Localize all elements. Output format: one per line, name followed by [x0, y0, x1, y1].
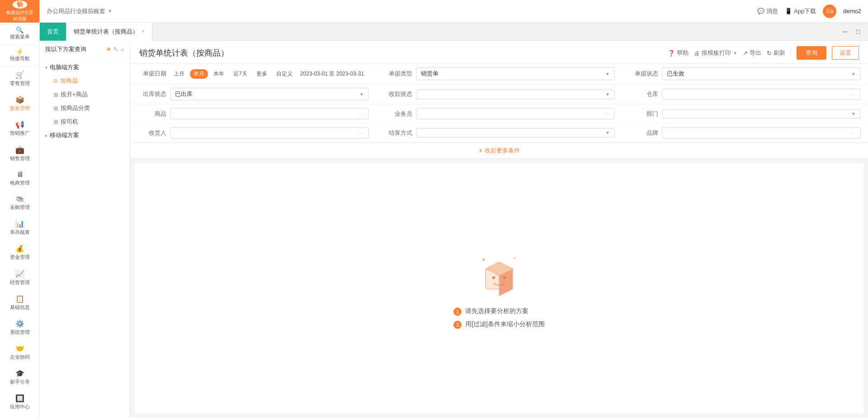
salesman-input[interactable]: ···	[416, 108, 615, 119]
query-button[interactable]: 查询	[797, 46, 826, 60]
collectstatus-select[interactable]: ▼	[416, 90, 615, 99]
export-icon: ↗	[743, 50, 748, 57]
warehouse-input[interactable]: ···	[662, 89, 861, 100]
sidebar-item-wholesale[interactable]: 📦 批发管理	[0, 91, 39, 116]
export-label: 导出	[750, 49, 761, 57]
tree-section: ▾ 电脑端方案 ⊙ 按商品 ▦ 按月+商品 ▦ 按商品分类 ▦ 按司机	[40, 58, 130, 144]
collapse-label: 收起更多条件	[485, 147, 520, 155]
tree-child-by-month-product[interactable]: ▦ 按月+商品	[40, 88, 130, 101]
product-input[interactable]: ···	[170, 108, 369, 119]
basic-label: 基础信息	[10, 304, 30, 310]
tree-expand-icon: ▾	[45, 65, 47, 70]
industry-dropdown-icon[interactable]: ▼	[108, 9, 112, 14]
date-tab-7days[interactable]: 近7天	[230, 69, 251, 79]
receiver-dots: ···	[359, 129, 364, 136]
desktop-scheme-label: 电脑端方案	[50, 63, 79, 71]
empty-svg: ✦ ✦ ·	[472, 244, 526, 298]
docstatus-select[interactable]: 已生效 ▼	[662, 67, 861, 80]
by-month-product-label: 按月+商品	[61, 90, 88, 99]
refresh-button[interactable]: ↻ 刷新	[767, 49, 785, 57]
sidebar-quick-nav[interactable]: ⚡ 快捷导航	[0, 44, 39, 66]
report-tab-label: 销货单统计表（按商品）	[74, 28, 138, 36]
sales-label: 销售管理	[10, 156, 30, 162]
sidebar-item-inventory[interactable]: 📊 库存核算	[0, 215, 39, 240]
by-product-label: 按商品	[60, 77, 78, 85]
dept-select[interactable]: ▼	[662, 109, 861, 119]
warehouse-label: 仓库	[629, 90, 662, 98]
tree-parent-desktop[interactable]: ▾ 电脑端方案	[40, 61, 130, 74]
search-label: 搜索菜单	[2, 33, 37, 40]
print-icon: 🖨	[694, 50, 700, 57]
filter-cell-doctype: 单据类型 销货单 ▼	[376, 64, 622, 84]
minimize-button[interactable]: ─	[840, 26, 850, 37]
filter-cell-outstatus: 出库状态 已出库 ▼	[130, 84, 376, 104]
retail-label: 零售管理	[10, 81, 30, 86]
sidebar-item-basic[interactable]: 📋 基础信息	[0, 290, 39, 315]
sidebar-item-apps[interactable]: 🔲 应用中心	[0, 390, 39, 414]
filter-row-3: 商品 ··· 业务员 ··· 部门	[130, 104, 868, 124]
apps-label: 应用中心	[10, 404, 30, 410]
topbar-right: 💬 消息 📱 App下载 Ea demo2	[757, 5, 861, 18]
filter-cell-settle: 结算方式 ▼	[376, 124, 622, 142]
collapse-panel-button[interactable]: «	[121, 46, 124, 53]
doctype-select[interactable]: 销货单 ▼	[416, 67, 615, 80]
sidebar-item-operations[interactable]: 📈 经营管理	[0, 265, 39, 290]
user-initials: Ea	[826, 8, 833, 14]
tree-parent-mobile[interactable]: ▸ 移动端方案	[40, 128, 130, 142]
purchase-icon: 🛍	[16, 195, 24, 203]
sidebar-item-system[interactable]: ⚙️ 系统管理	[0, 315, 39, 340]
sidebar-item-finance[interactable]: 💰 资金管理	[0, 240, 39, 265]
add-scheme-button[interactable]: +	[107, 45, 111, 53]
settle-select[interactable]: ▼	[416, 128, 615, 138]
user-avatar[interactable]: Ea	[823, 5, 836, 18]
date-tab-more[interactable]: 更多	[253, 69, 271, 79]
edit-scheme-button[interactable]: ✎	[113, 46, 118, 53]
collectstatus-arrow-icon: ▼	[605, 92, 610, 97]
enterprise-icon: 🤝	[15, 344, 24, 353]
date-tab-this-year[interactable]: 本年	[210, 69, 228, 79]
sidebar-item-purchase[interactable]: 🛍 采购管理	[0, 190, 39, 215]
outstatus-select[interactable]: 已出库 ▼	[170, 88, 369, 100]
print-button[interactable]: 🖨 按模板打印 ▼	[694, 49, 737, 57]
tab-close-icon[interactable]: ×	[142, 29, 145, 34]
receiver-input[interactable]: ···	[170, 127, 369, 138]
sidebar-item-retail[interactable]: 🛒 零售管理	[0, 66, 39, 91]
help-button[interactable]: ❓ 帮助	[668, 49, 689, 57]
settings-button[interactable]: 设置	[832, 46, 859, 60]
brand-input[interactable]: ···	[662, 127, 861, 138]
filter-row-2: 出库状态 已出库 ▼ 收款状态 ▼ 仓库	[130, 84, 868, 104]
operations-icon: 📈	[15, 270, 24, 278]
tab-home[interactable]: 首页	[40, 23, 66, 41]
message-button[interactable]: 💬 消息	[757, 7, 778, 15]
page-title: 销货单统计表（按商品）	[139, 48, 229, 58]
sidebar-item-marketing[interactable]: 📢 营销推广	[0, 116, 39, 141]
message-icon: 💬	[757, 8, 764, 14]
filter-cell-warehouse: 仓库 ···	[622, 84, 868, 104]
salesman-dots: ···	[605, 110, 610, 117]
maximize-button[interactable]: □	[853, 26, 863, 37]
dept-arrow-icon: ▼	[851, 111, 856, 116]
tab-report[interactable]: 销货单统计表（按商品） ×	[66, 23, 152, 41]
sidebar-search[interactable]: 🔍 搜索菜单	[0, 23, 39, 44]
print-arrow-icon[interactable]: ▼	[733, 51, 737, 56]
date-tab-custom[interactable]: 自定义	[273, 69, 296, 79]
sidebar-item-wechat[interactable]: 💬 企业微信	[0, 415, 39, 418]
page-header: 销货单统计表（按商品） ❓ 帮助 🖨 按模板打印 ▼ ↗ 导出	[130, 41, 868, 64]
date-range-display: 2023-03-01 至 2023-03-31	[300, 70, 364, 78]
filter-row-1: 单据日期 上月 本月 本年 近7天 更多 自定义 2023-03-01 至 20…	[130, 64, 868, 84]
outstatus-arrow-icon: ▼	[359, 92, 364, 97]
date-filter-control: 上月 本月 本年 近7天 更多 自定义 2023-03-01 至 2023-03…	[170, 69, 369, 79]
tree-child-by-category[interactable]: ▦ 按商品分类	[40, 101, 130, 115]
operations-label: 经营管理	[10, 280, 30, 285]
app-download-button[interactable]: 📱 App下载	[785, 7, 816, 15]
export-button[interactable]: ↗ 导出	[743, 49, 761, 57]
date-tab-last-month[interactable]: 上月	[170, 69, 188, 79]
sidebar-item-ecommerce[interactable]: 🖥 电商管理	[0, 166, 39, 190]
collapse-more-button[interactable]: ∧ 收起更多条件	[130, 142, 868, 158]
tree-child-by-product[interactable]: ⊙ 按商品	[40, 74, 130, 88]
sidebar-item-sales[interactable]: 💼 销售管理	[0, 141, 39, 166]
sidebar-item-enterprise[interactable]: 🤝 企业协同	[0, 340, 39, 365]
date-tab-this-month[interactable]: 本月	[190, 69, 208, 79]
tree-child-by-driver[interactable]: ▦ 按司机	[40, 115, 130, 128]
sidebar-item-newbie[interactable]: 🎓 新手引导	[0, 365, 39, 390]
